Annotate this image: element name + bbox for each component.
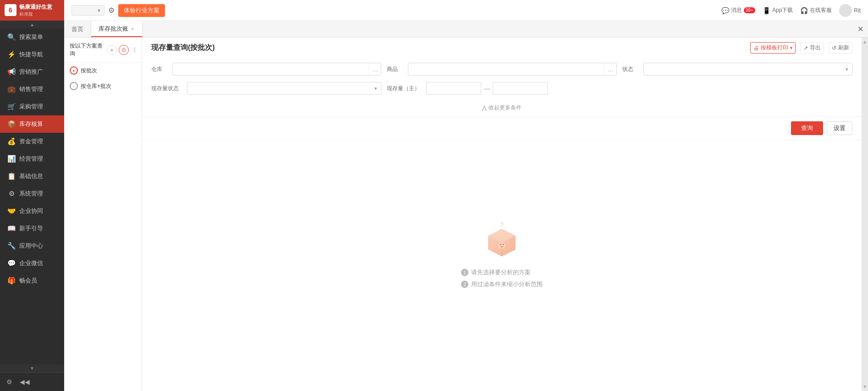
member-icon: 🎁 xyxy=(7,277,16,285)
right-scrollbar[interactable]: ▲ ▼ xyxy=(862,38,868,391)
collapse-more-btn[interactable]: ⋀ 收起更多条件 xyxy=(151,101,852,116)
app-download-btn[interactable]: 📱 App下载 xyxy=(763,6,793,14)
sidebar-item-purchase[interactable]: 🛒 采购管理 xyxy=(0,98,64,115)
app-version: 标准版 xyxy=(19,11,52,17)
add-filter-btn[interactable]: ＋ xyxy=(107,45,117,55)
stock-status-dropdown-icon: ▾ xyxy=(374,86,377,92)
sidebar-item-operations[interactable]: 📊 经营管理 xyxy=(0,150,64,168)
scroll-down-btn[interactable]: ▼ xyxy=(0,364,64,372)
tab-panel-close-btn[interactable]: ✕ xyxy=(853,25,868,33)
page-main-inner: 现存量查询(按批次) 🖨 按模板打印 ▾ ↗ 导出 ↺ 刷新 xyxy=(142,38,862,391)
filter-item-warehouse-batch[interactable]: ○ 按仓库+批次 xyxy=(64,78,142,94)
stock-qty-label: 现存量（主） xyxy=(387,85,423,92)
sidebar-item-label-finance: 资金管理 xyxy=(19,137,43,146)
experience-btn[interactable]: 体验行业方案 xyxy=(118,4,165,17)
query-btn[interactable]: 查询 xyxy=(791,121,823,135)
finance-icon: 💰 xyxy=(7,137,16,146)
setting-btn[interactable]: 设置 xyxy=(827,121,852,135)
sidebar-item-label-guide: 新手引导 xyxy=(19,224,43,233)
sidebar-item-shortcut[interactable]: ⚡ 快捷导航 xyxy=(0,46,64,63)
tab-inventory-batch[interactable]: 库存批次账 × xyxy=(91,21,143,37)
print-icon: 🖨 xyxy=(753,45,759,51)
export-label: 导出 xyxy=(810,44,821,52)
stock-qty-field: 现存量（主） — xyxy=(387,82,617,95)
refresh-btn[interactable]: ↺ 刷新 xyxy=(829,42,852,54)
form-row-2: 现存量状态 ▾ 现存量（主） — xyxy=(151,82,852,95)
collapse-sidebar-btn[interactable]: ◀◀ xyxy=(18,376,32,387)
filter-collapse-btn[interactable]: 《 xyxy=(131,46,136,54)
sidebar-item-label-operations: 经营管理 xyxy=(19,155,43,163)
sidebar-item-label-system: 系统管理 xyxy=(19,190,43,198)
filter-item-batch[interactable]: ● 按批次 xyxy=(64,63,142,78)
shortcut-icon: ⚡ xyxy=(7,50,16,59)
sidebar-item-collab[interactable]: 🤝 企业协同 xyxy=(0,202,64,220)
collapse-up-icon: ⋀ xyxy=(482,105,487,111)
online-service-btn[interactable]: 🎧 在线客服 xyxy=(800,6,832,14)
sidebar-item-label-inventory: 库存核算 xyxy=(19,120,43,128)
empty-tip-1: 1 请先选择要分析的方案 xyxy=(461,268,543,277)
dropdown-icon: ▾ xyxy=(98,7,100,14)
sidebar-item-search[interactable]: 🔍 搜索菜单 xyxy=(0,28,64,46)
stock-qty-min-input[interactable] xyxy=(426,82,481,95)
warehouse-input[interactable] xyxy=(173,66,369,72)
sidebar-nav: 🔍 搜索菜单 ⚡ 快捷导航 📢 营销推广 💼 销售管理 🛒 采购管理 📦 库存核… xyxy=(0,28,64,364)
sidebar-item-wechat[interactable]: 💬 企业微信 xyxy=(0,255,64,272)
sales-icon: 💼 xyxy=(7,85,16,93)
sidebar-item-system[interactable]: ⚙ 系统管理 xyxy=(0,185,64,202)
goods-more-btn[interactable]: … xyxy=(604,63,616,75)
filter-item-batch-label: 按批次 xyxy=(81,67,97,75)
scroll-up-btn[interactable]: ▲ xyxy=(0,21,64,28)
status-select[interactable]: ▾ xyxy=(643,63,852,76)
breadcrumb: ▾ xyxy=(71,5,104,16)
export-btn[interactable]: ↗ 导出 xyxy=(800,42,824,54)
settings-footer-btn[interactable]: ⚙ xyxy=(5,376,14,387)
sidebar-item-sales[interactable]: 💼 销售管理 xyxy=(0,81,64,98)
print-btn[interactable]: 🖨 按模板打印 ▾ xyxy=(750,42,796,54)
stock-qty-max-input[interactable] xyxy=(493,82,548,95)
topbar-left: ▾ ⚙ 体验行业方案 xyxy=(71,4,165,17)
gear-icon-topbar[interactable]: ⚙ xyxy=(108,6,115,15)
page-content: 按以下方案查询 ＋ ⊙ 《 ● 按批次 ○ 按仓库+批次 现存量查询(按批次) xyxy=(64,38,868,391)
app-download-label: App下载 xyxy=(772,6,793,14)
messages-btn[interactable]: 💬 消息 99+ xyxy=(721,6,755,14)
sidebar-item-basics[interactable]: 📋 基础信息 xyxy=(0,168,64,185)
collapse-label: 收起更多条件 xyxy=(489,104,522,112)
online-service-label: 在线客服 xyxy=(810,6,832,14)
main-content: ▾ ⚙ 体验行业方案 💬 消息 99+ 📱 App下载 🎧 在线客服 Rit xyxy=(64,0,868,391)
user-area[interactable]: Rit xyxy=(839,4,861,17)
form-row-1: 仓库 … 商品 … xyxy=(151,63,852,76)
warehouse-input-wrap[interactable]: … xyxy=(172,63,381,76)
collab-icon: 🤝 xyxy=(7,207,16,215)
filter-panel-header: 按以下方案查询 ＋ ⊙ 《 xyxy=(64,38,142,63)
messages-badge: 99+ xyxy=(744,7,755,13)
print-dropdown-icon[interactable]: ▾ xyxy=(790,45,792,50)
system-icon: ⚙ xyxy=(7,190,16,198)
goods-label: 商品 xyxy=(387,65,405,73)
tab-home[interactable]: 首页 xyxy=(64,21,91,37)
sidebar-item-finance[interactable]: 💰 资金管理 xyxy=(0,133,64,150)
empty-tips: 1 请先选择要分析的方案 2 用过滤条件来缩小分析范围 xyxy=(461,268,543,288)
sidebar-item-apps[interactable]: 🔧 应用中心 xyxy=(0,237,64,255)
svg-text:?: ? xyxy=(500,222,504,228)
goods-field: 商品 … xyxy=(387,63,617,76)
sidebar-item-label-marketing: 营销推广 xyxy=(19,68,43,76)
tab-close-btn[interactable]: × xyxy=(130,26,135,32)
sidebar-item-member[interactable]: 🎁 畅会员 xyxy=(0,272,64,289)
warehouse-more-btn[interactable]: … xyxy=(369,63,381,75)
goods-input[interactable] xyxy=(408,66,604,72)
filter-settings-btn[interactable]: ⊙ xyxy=(119,45,129,55)
stock-status-select[interactable]: ▾ xyxy=(187,82,381,95)
sidebar-item-inventory[interactable]: 📦 库存核算 xyxy=(0,115,64,133)
page-title: 现存量查询(按批次) xyxy=(151,43,215,53)
sidebar-item-guide[interactable]: 📖 新手引导 xyxy=(0,220,64,237)
tip-text-1: 请先选择要分析的方案 xyxy=(471,268,531,277)
guide-icon: 📖 xyxy=(7,224,16,233)
goods-input-wrap[interactable]: … xyxy=(408,63,617,76)
tabs-bar: 首页 库存批次账 × ✕ xyxy=(64,21,868,38)
empty-illustration: ? xyxy=(479,215,525,261)
refresh-icon: ↺ xyxy=(832,45,836,51)
svg-point-6 xyxy=(503,244,504,245)
sidebar-item-label-basics: 基础信息 xyxy=(19,172,43,180)
sidebar-item-marketing[interactable]: 📢 营销推广 xyxy=(0,63,64,81)
tip-text-2: 用过滤条件来缩小分析范围 xyxy=(471,280,543,288)
